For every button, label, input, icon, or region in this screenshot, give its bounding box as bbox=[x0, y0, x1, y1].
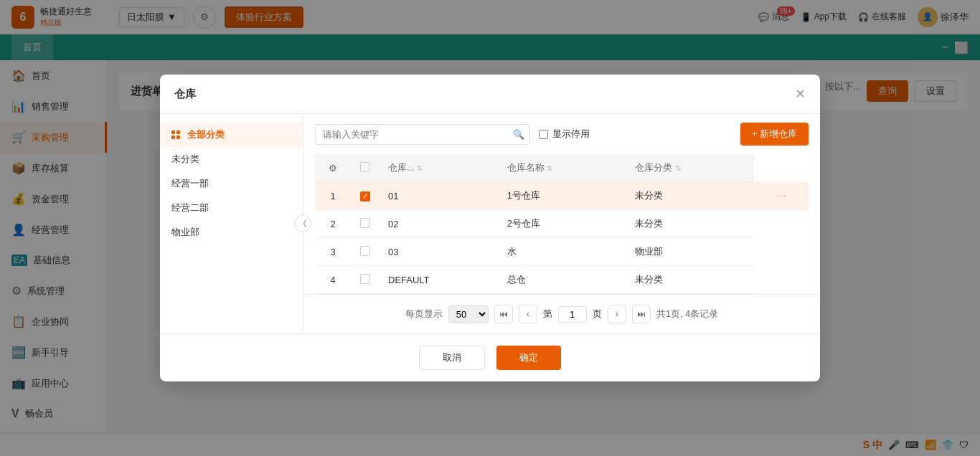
select-all-checkbox[interactable] bbox=[360, 162, 370, 172]
cell-checkbox[interactable] bbox=[351, 238, 380, 266]
col-name-label: 仓库名称 bbox=[507, 162, 545, 173]
pagination: 每页显示 50 10 20 100 ⏮ ‹ 第 页 › ⏭ 共1页, 4条记录 bbox=[303, 294, 820, 333]
row-actions-icon[interactable]: ··· bbox=[776, 189, 786, 201]
modal-header: 仓库 ✕ bbox=[160, 75, 820, 114]
col-code-label: 仓库... bbox=[388, 162, 415, 173]
sort-code-icon[interactable]: ⇅ bbox=[417, 164, 423, 172]
cell-checkbox[interactable] bbox=[351, 266, 380, 294]
warehouse-modal: 仓库 ✕ 《 全部分类 未分类 bbox=[160, 75, 820, 381]
cell-code: 03 bbox=[380, 238, 499, 266]
cell-checkbox[interactable] bbox=[351, 210, 380, 238]
cell-category: 物业部 bbox=[626, 238, 754, 266]
category-item-all[interactable]: 全部分类 bbox=[160, 123, 303, 147]
col-settings-icon[interactable]: ⚙ bbox=[329, 163, 337, 174]
modal-footer: 取消 确定 bbox=[160, 333, 820, 381]
col-checkbox bbox=[351, 154, 380, 182]
page-size-label: 每页显示 bbox=[405, 308, 443, 320]
col-code: 仓库... ⇅ bbox=[380, 154, 499, 182]
cell-name: 水 bbox=[499, 238, 626, 266]
last-page-btn[interactable]: ⏭ bbox=[632, 305, 651, 323]
row-checkbox[interactable] bbox=[360, 218, 370, 228]
category-label-dept1: 经营一部 bbox=[171, 177, 209, 190]
show-disabled-wrap: 显示停用 bbox=[539, 128, 590, 141]
show-disabled-checkbox[interactable] bbox=[539, 130, 548, 139]
row-checkbox[interactable]: ✓ bbox=[360, 191, 370, 201]
warehouse-table: ⚙ 仓库... ⇅ 仓库名称 bbox=[315, 154, 809, 294]
cell-name: 2号仓库 bbox=[499, 210, 626, 238]
category-panel: 《 全部分类 未分类 经营一部 经营二部 bbox=[160, 114, 303, 333]
cell-index: 3 bbox=[315, 238, 351, 266]
cell-name: 1号仓库 bbox=[499, 182, 626, 210]
table-row[interactable]: 3 03 水 物业部 bbox=[315, 238, 809, 266]
cell-checkbox[interactable]: ✓ bbox=[351, 182, 380, 210]
category-label-unclassified: 未分类 bbox=[171, 153, 199, 166]
table-wrap: ⚙ 仓库... ⇅ 仓库名称 bbox=[303, 154, 820, 294]
add-warehouse-button[interactable]: + 新增仓库 bbox=[740, 123, 809, 146]
page-section-label: 第 bbox=[543, 308, 552, 320]
col-category-label: 仓库分类 bbox=[635, 162, 672, 173]
total-info: 共1页, 4条记录 bbox=[656, 308, 719, 320]
page-size-select[interactable]: 50 10 20 100 bbox=[448, 305, 489, 323]
table-row[interactable]: 4 DEFAULT 总仓 未分类 bbox=[315, 266, 809, 294]
table-body: 1 ✓ 01 1号仓库 未分类 ··· 2 02 2号仓库 未分类 3 03 水… bbox=[315, 182, 809, 294]
cell-index: 1 bbox=[315, 182, 351, 210]
table-row[interactable]: 2 02 2号仓库 未分类 bbox=[315, 210, 809, 238]
category-label-property: 物业部 bbox=[171, 226, 199, 239]
show-disabled-label: 显示停用 bbox=[552, 128, 590, 141]
confirm-button[interactable]: 确定 bbox=[496, 346, 561, 370]
all-categories-icon bbox=[171, 130, 180, 139]
table-row[interactable]: 1 ✓ 01 1号仓库 未分类 ··· bbox=[315, 182, 809, 210]
cell-actions[interactable]: ··· bbox=[754, 182, 809, 210]
category-label-all: 全部分类 bbox=[187, 128, 225, 141]
search-wrap: 🔍 bbox=[315, 124, 530, 145]
modal-close-button[interactable]: ✕ bbox=[795, 86, 806, 102]
cell-code: DEFAULT bbox=[380, 266, 499, 294]
right-toolbar: 🔍 显示停用 + 新增仓库 bbox=[303, 114, 820, 154]
page-input[interactable] bbox=[558, 306, 587, 323]
row-checkbox[interactable] bbox=[360, 246, 370, 256]
search-icon[interactable]: 🔍 bbox=[513, 129, 524, 140]
right-panel: 🔍 显示停用 + 新增仓库 ⚙ bbox=[303, 114, 820, 333]
modal-title: 仓库 bbox=[174, 87, 196, 101]
sort-category-icon[interactable]: ⇅ bbox=[675, 164, 681, 172]
row-checkbox[interactable] bbox=[360, 274, 370, 284]
modal-overlay: 仓库 ✕ 《 全部分类 未分类 bbox=[0, 0, 980, 456]
sort-name-icon[interactable]: ⇅ bbox=[547, 164, 552, 172]
prev-page-btn[interactable]: ‹ bbox=[519, 305, 537, 323]
search-input[interactable] bbox=[315, 124, 530, 145]
next-page-btn[interactable]: › bbox=[608, 305, 626, 323]
cell-name: 总仓 bbox=[499, 266, 626, 294]
category-item-dept2[interactable]: 经营二部 bbox=[160, 196, 303, 220]
table-header-row: ⚙ 仓库... ⇅ 仓库名称 bbox=[315, 154, 809, 182]
cell-category: 未分类 bbox=[626, 182, 754, 210]
col-name: 仓库名称 ⇅ bbox=[499, 154, 626, 182]
col-settings: ⚙ bbox=[315, 154, 351, 182]
category-item-unclassified[interactable]: 未分类 bbox=[160, 147, 303, 171]
cell-code: 01 bbox=[380, 182, 499, 210]
cell-category: 未分类 bbox=[626, 210, 754, 238]
col-category: 仓库分类 ⇅ bbox=[626, 154, 754, 182]
category-item-property[interactable]: 物业部 bbox=[160, 220, 303, 244]
modal-body: 《 全部分类 未分类 经营一部 经营二部 bbox=[160, 114, 820, 333]
category-label-dept2: 经营二部 bbox=[171, 201, 209, 214]
cancel-button[interactable]: 取消 bbox=[419, 346, 485, 370]
cell-code: 02 bbox=[380, 210, 499, 238]
page-label: 页 bbox=[593, 308, 602, 320]
cell-category: 未分类 bbox=[626, 266, 754, 294]
cell-index: 2 bbox=[315, 210, 351, 238]
cell-index: 4 bbox=[315, 266, 351, 294]
category-item-dept1[interactable]: 经营一部 bbox=[160, 171, 303, 196]
first-page-btn[interactable]: ⏮ bbox=[494, 305, 513, 323]
panel-toggle-button[interactable]: 《 bbox=[294, 215, 311, 232]
